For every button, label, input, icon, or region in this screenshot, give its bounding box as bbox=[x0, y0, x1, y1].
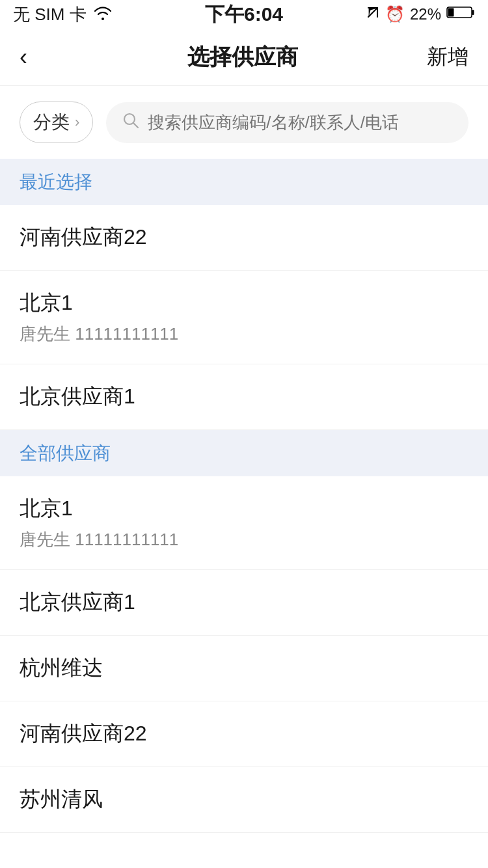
svg-rect-1 bbox=[472, 10, 474, 15]
nav-bar: ‹ 选择供应商 新增 bbox=[0, 29, 488, 86]
recent-header-text: 最近选择 bbox=[20, 172, 92, 192]
all-header-text: 全部供应商 bbox=[20, 443, 111, 463]
list-item[interactable]: 苏州清风 bbox=[0, 767, 488, 833]
status-bar: 无 SIM 卡 下午6:04 ⏰ 22% bbox=[0, 0, 488, 29]
battery-icon bbox=[446, 5, 475, 23]
category-button[interactable]: 分类 › bbox=[20, 102, 93, 143]
back-button[interactable]: ‹ bbox=[20, 44, 59, 71]
chevron-right-icon: › bbox=[75, 114, 79, 131]
page-title: 选择供应商 bbox=[187, 42, 298, 72]
category-label: 分类 bbox=[33, 110, 70, 135]
list-item[interactable]: 北京供应商1 bbox=[0, 570, 488, 636]
search-input[interactable] bbox=[148, 113, 453, 133]
location-icon bbox=[366, 5, 380, 23]
status-icons: ⏰ 22% bbox=[366, 5, 475, 23]
item-name: 北京供应商1 bbox=[20, 588, 468, 617]
item-name: 河南供应商22 bbox=[20, 720, 468, 748]
status-carrier: 无 SIM 卡 bbox=[13, 3, 113, 26]
item-name: 杭州维达 bbox=[20, 654, 468, 683]
item-name: 北京1 bbox=[20, 289, 468, 318]
recent-section-header: 最近选择 bbox=[0, 159, 488, 205]
item-sub: 唐先生 11111111111 bbox=[20, 528, 468, 551]
search-wrapper bbox=[106, 102, 468, 143]
alarm-icon: ⏰ bbox=[385, 5, 405, 23]
svg-rect-2 bbox=[448, 8, 454, 17]
item-name: 北京供应商1 bbox=[20, 383, 468, 411]
list-item[interactable]: 北京1 唐先生 11111111111 bbox=[0, 271, 488, 364]
item-name: 河南供应商22 bbox=[20, 223, 468, 252]
all-items-list: 北京1 唐先生 11111111111 北京供应商1杭州维达河南供应商22苏州清… bbox=[0, 476, 488, 833]
add-button[interactable]: 新增 bbox=[427, 43, 468, 72]
list-item[interactable]: 北京1 唐先生 11111111111 bbox=[0, 476, 488, 570]
svg-line-4 bbox=[133, 123, 138, 128]
list-item[interactable]: 河南供应商22 bbox=[0, 701, 488, 767]
list-item[interactable]: 北京供应商1 bbox=[0, 364, 488, 430]
battery-text: 22% bbox=[410, 5, 441, 23]
wifi-icon bbox=[93, 5, 113, 25]
search-area: 分类 › bbox=[0, 86, 488, 159]
status-time: 下午6:04 bbox=[205, 1, 283, 28]
search-icon bbox=[122, 111, 140, 134]
all-section-header: 全部供应商 bbox=[0, 430, 488, 476]
item-name: 北京1 bbox=[20, 495, 468, 523]
recent-items-list: 河南供应商22 北京1 唐先生 11111111111 北京供应商1 bbox=[0, 205, 488, 430]
item-sub: 唐先生 11111111111 bbox=[20, 323, 468, 346]
list-item[interactable]: 杭州维达 bbox=[0, 636, 488, 701]
carrier-text: 无 SIM 卡 bbox=[13, 3, 87, 26]
list-item[interactable]: 河南供应商22 bbox=[0, 205, 488, 271]
item-name: 苏州清风 bbox=[20, 785, 468, 814]
